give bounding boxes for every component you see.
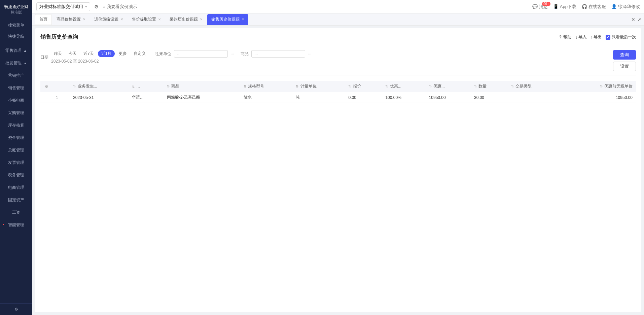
sidebar-item-wholesale[interactable]: 批发管理 ▲ — [0, 57, 32, 69]
row-partner: 华谊... — [129, 92, 164, 103]
demo-icon: ○ — [103, 4, 105, 9]
sidebar-item-finance[interactable]: 资金管理 — [0, 132, 32, 144]
import-button[interactable]: ↓ 导入 — [575, 34, 586, 40]
date-range-display: 2023-05-02 至 2023-06-02 — [51, 59, 148, 64]
sort-pretax-icon: ⇅ — [600, 84, 603, 88]
row-num: 1 — [52, 92, 70, 103]
table-settings-icon[interactable]: ⚙ — [45, 84, 48, 89]
date-more[interactable]: 更多 — [116, 50, 130, 57]
product-filter-input[interactable] — [251, 50, 305, 58]
filter-row: 日期 昨天 今天 近7天 近1月 更多 自定义 2023-05-02 至 202… — [40, 46, 636, 75]
online-service-button[interactable]: 🎧 在线客服 — [582, 4, 606, 10]
row-spec: 散水 — [240, 92, 293, 103]
row-trade-type — [508, 92, 560, 103]
tab-home[interactable]: 首页 — [35, 14, 52, 25]
page-title-actions: ？ 帮助 ↓ 导入 ↑ 导出 ✓ 只看最后一次 — [558, 34, 636, 40]
row-pretax-price: 10950.00 — [560, 92, 636, 103]
sort-unit-icon: ⇅ — [296, 84, 298, 88]
sidebar-item-ai[interactable]: 智能管理 — [0, 219, 32, 231]
col-price[interactable]: ⇅ 报价 — [345, 81, 382, 92]
sidebar-item-assets[interactable]: 固定资产 — [0, 194, 32, 206]
tab-purchase-history-close[interactable]: ✕ — [200, 18, 203, 21]
version-selector[interactable]: 好业财标准版交付试用 ▾ — [36, 2, 90, 11]
tab-maximize-window[interactable]: ⤢ — [637, 17, 641, 22]
sidebar-item-payroll[interactable]: 工资 — [0, 206, 32, 219]
col-more[interactable]: ⇅ ... — [129, 81, 164, 92]
date-1month[interactable]: 近1月 — [98, 50, 115, 57]
sidebar-item-retail[interactable]: 零售管理 ▲ — [0, 44, 32, 57]
sidebar-item-ledger[interactable]: 总账管理 — [0, 144, 32, 156]
sidebar-item-sales[interactable]: 销售管理 — [0, 82, 32, 94]
sidebar-search[interactable]: 搜索菜单 — [0, 19, 32, 32]
only-last-checkbox[interactable]: ✓ — [606, 35, 610, 40]
tab-purchase-strategy-close[interactable]: ✕ — [120, 18, 123, 21]
tab-sale-history-close[interactable]: ✕ — [242, 18, 244, 21]
date-7days[interactable]: 近7天 — [81, 50, 97, 57]
sidebar-arrow-wholesale: ▲ — [24, 61, 27, 65]
product-filter-label: 商品 — [241, 51, 249, 57]
query-button[interactable]: 查询 — [613, 50, 636, 60]
export-button[interactable]: ↑ 导出 — [591, 34, 602, 40]
product-more-icon[interactable]: ··· — [308, 51, 311, 56]
topbar-right: 💬 消息 99+ 📱 App下载 🎧 在线客服 👤 徐泽华修改 — [532, 4, 640, 10]
tab-purchase-history-label: 采购历史价跟踪 — [170, 16, 198, 22]
tab-sale-extract-close[interactable]: ✕ — [158, 18, 161, 21]
sidebar-item-ecommerce-small[interactable]: 小畅电商 — [0, 94, 32, 107]
sidebar-item-ecommerce[interactable]: 电商管理 — [0, 181, 32, 194]
col-discount2[interactable]: ⇅ 优惠... — [426, 81, 471, 92]
partner-more-icon[interactable]: ··· — [230, 51, 234, 56]
topbar-gear-icon[interactable]: ⚙ — [94, 4, 99, 9]
col-trade-type[interactable]: ⇅ 交易类型 — [508, 81, 560, 92]
sort-discount2-icon: ⇅ — [429, 84, 432, 88]
demo-button[interactable]: ○ 我要看实例演示 — [103, 4, 137, 10]
user-name: 徐泽华修改 — [618, 4, 640, 10]
only-last-checkbox-group[interactable]: ✓ 只看最后一次 — [606, 34, 636, 40]
partner-filter-input[interactable] — [174, 50, 228, 58]
tab-sale-extract[interactable]: 售价提取设置 ✕ — [128, 14, 165, 25]
table-header-row: ⚙ ⇅ 业务发生... ⇅ ... ⇅ 商品 — [40, 81, 636, 92]
avatar-icon: 👤 — [611, 4, 617, 9]
date-today[interactable]: 今天 — [66, 50, 79, 57]
tab-bar: 首页 商品价格设置 ✕ 进价策略设置 ✕ 售价提取设置 ✕ 采购历史价跟踪 ✕ … — [32, 13, 644, 26]
app-icon: 📱 — [553, 4, 559, 9]
col-quantity[interactable]: ⇅ 数量 — [471, 81, 508, 92]
settings-button[interactable]: 设置 — [613, 62, 636, 71]
tab-product-price-close[interactable]: ✕ — [83, 18, 85, 21]
sidebar-item-marketing[interactable]: 营销推广 — [0, 69, 32, 82]
sidebar-item-invoice[interactable]: 发票管理 — [0, 156, 32, 169]
tab-sale-history[interactable]: 销售历史价跟踪 ✕ — [207, 14, 248, 25]
sidebar-item-inventory[interactable]: 库存核算 — [0, 119, 32, 132]
sidebar-item-purchase[interactable]: 采购管理 — [0, 107, 32, 119]
tab-purchase-strategy[interactable]: 进价策略设置 ✕ — [90, 14, 127, 25]
col-pretax-price[interactable]: ⇅ 优惠前无税单价 — [560, 81, 636, 92]
sidebar-item-tax[interactable]: 税务管理 — [0, 169, 32, 181]
date-filter-label: 日期 — [40, 55, 48, 60]
version-label: 好业财标准版交付试用 — [39, 4, 83, 10]
tab-close-window[interactable]: ✕ — [631, 17, 635, 22]
app-name: 畅捷通好业财 — [3, 4, 30, 10]
col-product[interactable]: ⇅ 商品 — [164, 81, 240, 92]
demo-label: 我要看实例演示 — [107, 4, 137, 10]
sidebar-quick-nav[interactable]: 快捷导航 — [0, 32, 32, 41]
sort-spec-icon: ⇅ — [244, 84, 246, 88]
tab-purchase-history[interactable]: 采购历史价跟踪 ✕ — [166, 14, 207, 25]
message-button[interactable]: 💬 消息 99+ — [532, 4, 548, 10]
col-num — [52, 81, 70, 92]
date-custom[interactable]: 自定义 — [131, 50, 148, 57]
sidebar-settings[interactable]: ⚙ — [0, 303, 32, 315]
col-spec[interactable]: ⇅ 规格型号 — [240, 81, 293, 92]
date-yesterday[interactable]: 昨天 — [51, 50, 65, 57]
col-unit[interactable]: ⇅ 计量单位 — [292, 81, 345, 92]
col-discount1[interactable]: ⇅ 优惠... — [382, 81, 425, 92]
sort-more-icon: ⇅ — [132, 85, 135, 89]
tab-product-price[interactable]: 商品价格设置 ✕ — [52, 14, 90, 25]
sort-trade-icon: ⇅ — [511, 84, 514, 88]
row-gear — [40, 92, 52, 103]
help-button[interactable]: ？ 帮助 — [558, 34, 571, 40]
row-date: 2023-05-31 — [70, 92, 129, 103]
col-gear: ⚙ — [40, 81, 52, 92]
col-date[interactable]: ⇅ 业务发生... — [70, 81, 129, 92]
app-download-button[interactable]: 📱 App下载 — [553, 4, 576, 10]
user-button[interactable]: 👤 徐泽华修改 — [611, 4, 640, 10]
settings-icon: ⚙ — [14, 307, 18, 312]
